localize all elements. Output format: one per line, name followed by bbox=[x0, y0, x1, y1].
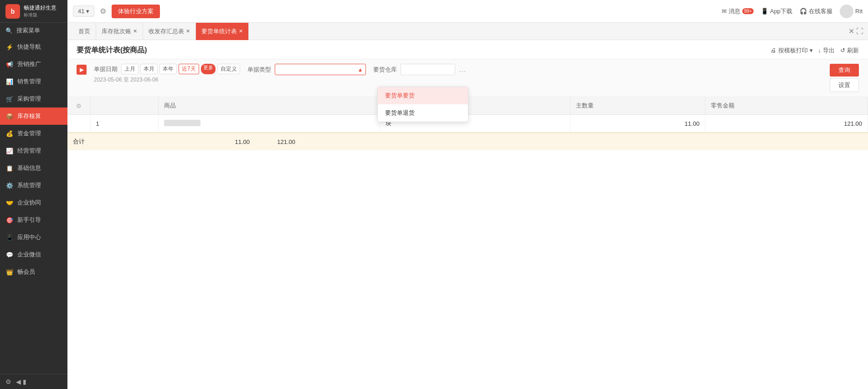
th-qty: 主数量 bbox=[570, 97, 705, 115]
sidebar-item-finance[interactable]: 💰 资金管理 bbox=[0, 125, 67, 142]
this-month-btn[interactable]: 本月 bbox=[140, 64, 158, 74]
sidebar-item-app-center[interactable]: 📱 应用中心 bbox=[0, 229, 67, 246]
close-request-stat-icon[interactable]: ✕ bbox=[239, 28, 243, 34]
sidebar-item-quick-nav[interactable]: ⚡ 快捷导航 bbox=[0, 38, 67, 56]
product-placeholder bbox=[164, 120, 200, 126]
online-service-btn[interactable]: 🎧 在线客服 bbox=[800, 7, 832, 15]
print-icon: 🖨 bbox=[770, 47, 776, 54]
page-body: 要货单统计表(按商品) 🖨 按模板打印 ▾ ↓ 导出 ↺ 刷新 ▶ bbox=[67, 40, 868, 389]
app-center-icon: 📱 bbox=[5, 234, 14, 241]
filter-bar: ▶ 单据日期 上月 本月 本年 近7天 更多 自定义 2023-05-06 至 … bbox=[67, 59, 868, 97]
page-header: 要货单统计表(按商品) 🖨 按模板打印 ▾ ↓ 导出 ↺ 刷新 bbox=[67, 40, 868, 59]
sales-icon: 📊 bbox=[5, 78, 14, 85]
settings-icon[interactable]: ⚙ bbox=[5, 378, 11, 385]
tab-bar: 首页 库存批次账 ✕ 收发存汇总表 ✕ 要货单统计表 ✕ ✕ ⛶ bbox=[67, 23, 868, 40]
quick-nav-icon: ⚡ bbox=[5, 44, 14, 51]
sidebar-item-inventory[interactable]: 📦 库存核算 bbox=[0, 107, 67, 125]
tab-home[interactable]: 首页 bbox=[73, 23, 96, 40]
last-month-btn[interactable]: 上月 bbox=[121, 64, 139, 74]
warehouse-filter-label: 要货仓库 bbox=[373, 66, 397, 74]
sidebar-search[interactable]: 🔍 搜索菜单 bbox=[0, 23, 67, 38]
sidebar-item-enterprise[interactable]: 🤝 企业协同 bbox=[0, 194, 67, 211]
topbar: 41 ▾ ⚙ 体验行业方案 ✉ 消息 99+ 📱 App下载 🎧 在线客服 R bbox=[67, 0, 868, 23]
app-logo: b 畅捷通好生意 标准版 bbox=[0, 0, 67, 23]
table-settings-icon[interactable]: ⚙ bbox=[76, 102, 82, 109]
sidebar-item-wechat[interactable]: 💬 企业微信 bbox=[0, 246, 67, 263]
tab-receive-summary[interactable]: 收发存汇总表 ✕ bbox=[143, 23, 196, 40]
type-select[interactable]: 要货单要货 要货单退货 bbox=[275, 64, 366, 75]
type-dropdown: 要货单要货 要货单退货 bbox=[377, 87, 468, 122]
sidebar-item-system[interactable]: ⚙️ 系统管理 bbox=[0, 177, 67, 194]
sidebar-footer: ⚙ ◀ ▮ bbox=[0, 374, 67, 389]
th-settings[interactable]: ⚙ bbox=[67, 97, 90, 115]
store-selector[interactable]: 41 ▾ bbox=[73, 5, 94, 17]
sidebar-item-sales[interactable]: 📊 销售管理 bbox=[0, 73, 67, 90]
tab-request-stat[interactable]: 要货单统计表 ✕ bbox=[196, 23, 249, 40]
last-7-days-btn[interactable]: 近7天 bbox=[179, 64, 199, 74]
topbar-settings-icon[interactable]: ⚙ bbox=[98, 5, 108, 17]
date-filter-label: 单据日期 bbox=[94, 65, 118, 73]
warehouse-more-icon[interactable]: … bbox=[459, 66, 466, 74]
headset-icon: 🎧 bbox=[800, 8, 807, 15]
app-download-btn[interactable]: 📱 App下载 bbox=[761, 7, 792, 15]
total-amount: 121.00 bbox=[255, 138, 301, 145]
cell-qty: 11.00 bbox=[570, 115, 705, 133]
operations-icon: 📈 bbox=[5, 148, 14, 154]
user-avatar[interactable]: Rit bbox=[840, 5, 863, 18]
expand-tabs-icon[interactable]: ⛶ bbox=[856, 27, 863, 36]
sidebar-item-purchase[interactable]: 🛒 采购管理 bbox=[0, 90, 67, 107]
dropdown-item-request-delivery[interactable]: 要货单要货 bbox=[378, 87, 468, 104]
this-year-btn[interactable]: 本年 bbox=[159, 64, 177, 74]
th-product: 商品 bbox=[158, 97, 380, 115]
print-btn[interactable]: 🖨 按模板打印 ▾ bbox=[770, 46, 813, 55]
sidebar-item-marketing[interactable]: 📢 营销推广 bbox=[0, 56, 67, 73]
avatar-image bbox=[840, 5, 853, 18]
table-footer: 合计 11.00 121.00 bbox=[67, 133, 868, 150]
trial-button[interactable]: 体验行业方案 bbox=[112, 5, 160, 18]
custom-date-btn[interactable]: 自定义 bbox=[217, 64, 240, 74]
close-inventory-batch-icon[interactable]: ✕ bbox=[133, 28, 137, 34]
phone-icon: 📱 bbox=[761, 8, 768, 15]
warehouse-select[interactable] bbox=[401, 64, 455, 75]
inventory-icon: 📦 bbox=[5, 113, 14, 120]
sidebar-item-guide[interactable]: 🎯 新手引导 bbox=[0, 211, 67, 229]
logo-text: 畅捷通好生意 标准版 bbox=[24, 5, 56, 18]
marketing-icon: 📢 bbox=[5, 61, 14, 68]
close-receive-summary-icon[interactable]: ✕ bbox=[186, 28, 190, 34]
logo-icon: b bbox=[5, 4, 20, 19]
refresh-icon: ↺ bbox=[840, 47, 845, 54]
sidebar-item-operations[interactable]: 📈 经营管理 bbox=[0, 142, 67, 159]
dropdown-item-request-return[interactable]: 要货单退货 bbox=[378, 104, 468, 122]
enterprise-icon: 🤝 bbox=[5, 200, 14, 206]
message-badge: 99+ bbox=[742, 8, 754, 14]
store-name: 41 bbox=[78, 8, 84, 15]
topbar-left: 41 ▾ ⚙ 体验行业方案 bbox=[73, 5, 160, 18]
filter-settings-button[interactable]: 设置 bbox=[830, 78, 859, 92]
close-all-tabs-icon[interactable]: ✕ bbox=[848, 27, 854, 36]
total-qty: 11.00 bbox=[210, 138, 255, 145]
message-btn[interactable]: ✉ 消息 99+ bbox=[722, 7, 754, 15]
sidebar-nav: ⚡ 快捷导航 📢 营销推广 📊 销售管理 🛒 采购管理 📦 库存核算 💰 资金管… bbox=[0, 38, 67, 374]
member-icon: 👑 bbox=[5, 269, 14, 276]
query-button[interactable]: 查询 bbox=[830, 64, 859, 77]
th-amount: 零售金额 bbox=[705, 97, 868, 115]
sidebar: b 畅捷通好生意 标准版 🔍 搜索菜单 ⚡ 快捷导航 📢 营销推广 📊 销售管理… bbox=[0, 0, 67, 389]
page-actions: 🖨 按模板打印 ▾ ↓ 导出 ↺ 刷新 bbox=[770, 46, 859, 55]
sidebar-item-basic-info[interactable]: 📋 基础信息 bbox=[0, 159, 67, 177]
topbar-right: ✉ 消息 99+ 📱 App下载 🎧 在线客服 Rit bbox=[722, 5, 863, 18]
refresh-btn[interactable]: ↺ 刷新 bbox=[840, 46, 859, 55]
system-icon: ⚙️ bbox=[5, 182, 14, 189]
date-buttons: 上月 本月 本年 近7天 更多 自定义 bbox=[121, 64, 240, 74]
page-title: 要货单统计表(按商品) bbox=[77, 46, 147, 55]
sidebar-item-member[interactable]: 👑 畅会员 bbox=[0, 263, 67, 281]
search-icon: 🔍 bbox=[5, 27, 13, 34]
warehouse-select-wrapper bbox=[401, 64, 455, 75]
tab-inventory-batch[interactable]: 库存批次账 ✕ bbox=[96, 23, 143, 40]
date-filter-row: 单据日期 上月 本月 本年 近7天 更多 自定义 bbox=[94, 64, 240, 74]
filter-toggle-btn[interactable]: ▶ bbox=[77, 65, 87, 75]
date-more-badge[interactable]: 更多 bbox=[201, 64, 216, 74]
main-content: 41 ▾ ⚙ 体验行业方案 ✉ 消息 99+ 📱 App下载 🎧 在线客服 R bbox=[67, 0, 868, 389]
cell-settings bbox=[67, 115, 90, 133]
export-btn[interactable]: ↓ 导出 bbox=[818, 46, 835, 55]
collapse-icon[interactable]: ◀ ▮ bbox=[16, 378, 26, 385]
